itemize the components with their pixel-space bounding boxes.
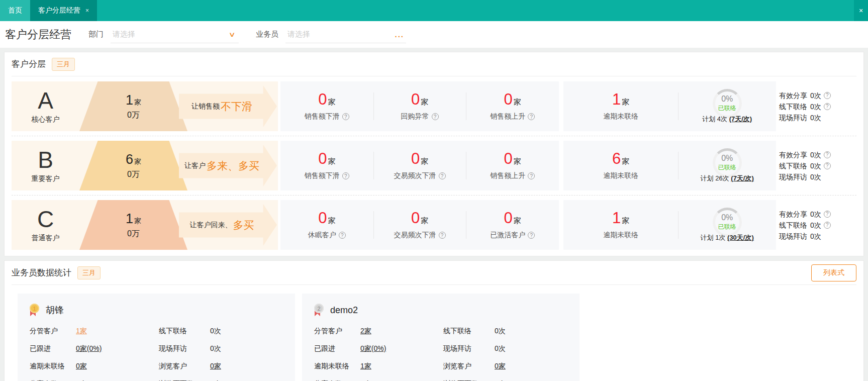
stat-label-text: 销售额上升 bbox=[490, 171, 525, 180]
list-view-button[interactable]: 列表式 bbox=[811, 264, 856, 281]
tier-row: C 普通客户 1 家 0万 让客户回来、 多买 0家休眠客户?0家交易频次下滑?… bbox=[12, 200, 856, 250]
stat-unit: 家 bbox=[328, 157, 335, 166]
tier-stats-block: 0家销售额下滑?0家交易频次下滑?0家销售额上升? bbox=[280, 141, 559, 190]
overdue-label: 逾期未联络 bbox=[603, 171, 638, 180]
stat-label-text: 交易频次下滑 bbox=[394, 231, 436, 240]
tab-customer-segmentation[interactable]: 客户分层经营 × bbox=[30, 0, 97, 21]
stat-unit: 家 bbox=[328, 98, 335, 107]
gauge-plan-frequency: (7天/次) bbox=[729, 115, 752, 123]
person-stat-value[interactable]: 2家 bbox=[360, 327, 443, 336]
help-icon[interactable]: ? bbox=[528, 113, 535, 120]
top-tab-bar: 首页 客户分层经营 × × bbox=[0, 0, 868, 21]
stat-value[interactable]: 0 bbox=[411, 91, 420, 107]
person-stat-value: 0次 bbox=[495, 327, 567, 336]
department-select[interactable]: 请选择 ∨ bbox=[111, 26, 239, 43]
stat-unit: 家 bbox=[421, 157, 428, 166]
help-icon[interactable]: ? bbox=[824, 103, 831, 110]
gauge-plan-frequency: (30天/次) bbox=[727, 234, 754, 241]
share-stat-label: 现场拜访 bbox=[779, 112, 807, 123]
share-stat: 线下联络0次? bbox=[779, 220, 856, 231]
tier-count-unit: 家 bbox=[134, 157, 141, 166]
stat-number: 0家 bbox=[411, 210, 428, 226]
overdue-label: 逾期未联络 bbox=[603, 231, 638, 240]
tier-stat: 0家交易频次下滑? bbox=[373, 141, 466, 190]
stat-number: 0家 bbox=[318, 151, 335, 166]
tier-letter: B bbox=[38, 148, 53, 171]
help-icon[interactable]: ? bbox=[528, 172, 535, 179]
person-header: 1 胡锋 bbox=[30, 304, 283, 317]
person-stat-label: 逾期未联络 bbox=[314, 362, 360, 371]
stat-value[interactable]: 0 bbox=[504, 91, 513, 107]
window-close-icon[interactable]: × bbox=[854, 0, 868, 21]
stat-number: 0家 bbox=[411, 151, 428, 166]
page-header: 客户分层经营 部门 请选择 ∨ 业务员 请选择 ... bbox=[0, 21, 868, 48]
gauge-percent: 0% bbox=[721, 95, 733, 103]
overdue-value[interactable]: 1 bbox=[612, 91, 621, 107]
help-icon[interactable]: ? bbox=[342, 172, 349, 179]
help-icon[interactable]: ? bbox=[824, 211, 831, 218]
help-icon[interactable]: ? bbox=[528, 232, 535, 239]
tab-home[interactable]: 首页 bbox=[0, 0, 30, 21]
person-stat-value[interactable]: 1家 bbox=[76, 327, 159, 336]
segments-card-title: 客户分层 bbox=[12, 58, 46, 70]
help-icon[interactable]: ? bbox=[439, 232, 446, 239]
stat-label-text: 销售额下滑 bbox=[305, 112, 340, 121]
help-icon[interactable]: ? bbox=[339, 232, 346, 239]
person-stat-value[interactable]: 0家 bbox=[210, 362, 283, 371]
person-stat-value[interactable]: 0家 bbox=[495, 362, 567, 371]
tier-funnel-block: B 重要客户 6 家 0万 让客户 多来、多买 bbox=[12, 141, 278, 190]
help-icon[interactable]: ? bbox=[342, 113, 349, 120]
person-stat-label: 分管客户 bbox=[314, 327, 360, 336]
person-stat-value[interactable]: 0家(0%) bbox=[360, 344, 443, 353]
overdue-value[interactable]: 1 bbox=[612, 210, 621, 226]
stat-value[interactable]: 0 bbox=[318, 210, 327, 226]
gauge-plan: 计划 26次 (7天/次) bbox=[701, 174, 754, 183]
person-stat-label: 已跟进 bbox=[30, 344, 76, 353]
salesperson-input[interactable]: 请选择 ... bbox=[285, 26, 406, 43]
help-icon[interactable]: ? bbox=[432, 113, 439, 120]
stat-value[interactable]: 0 bbox=[318, 151, 327, 166]
share-stat-label: 现场拜访 bbox=[779, 171, 807, 182]
stat-unit: 家 bbox=[514, 216, 521, 226]
overdue-stat: 6 家 逾期未联络 bbox=[563, 141, 678, 190]
person-stat-label: 浏览客户 bbox=[159, 362, 210, 371]
help-icon[interactable]: ? bbox=[439, 172, 446, 179]
tier-stat: 0家回购异常? bbox=[373, 81, 466, 131]
stat-label-text: 交易频次下滑 bbox=[394, 171, 436, 180]
help-icon[interactable]: ? bbox=[824, 162, 831, 169]
help-icon[interactable]: ? bbox=[824, 92, 831, 99]
more-ellipsis-icon[interactable]: ... bbox=[395, 30, 404, 39]
stat-value[interactable]: 0 bbox=[411, 210, 420, 226]
tier-name: 普通客户 bbox=[32, 234, 60, 243]
stat-value[interactable]: 0 bbox=[504, 151, 513, 166]
share-stat-value: 0次 bbox=[810, 160, 821, 171]
gauge-plan: 计划 1次 (30天/次) bbox=[701, 233, 754, 242]
tier-stat: 0家销售额下滑? bbox=[280, 81, 373, 131]
help-icon[interactable]: ? bbox=[824, 222, 831, 229]
tier-stats-block: 0家销售额下滑?0家回购异常?0家销售额上升? bbox=[280, 81, 559, 131]
person-stats-grid: 分管客户1家线下联络0次已跟进0家(0%)现场拜访0次逾期未联络0家浏览客户0家… bbox=[30, 327, 283, 381]
tier-funnel-block: C 普通客户 1 家 0万 让客户回来、 多买 bbox=[12, 200, 278, 250]
overdue-stat: 1 家 逾期未联络 bbox=[563, 81, 678, 131]
stat-number: 0家 bbox=[318, 91, 335, 107]
person-stat-label: 现场拜访 bbox=[159, 344, 210, 353]
tier-separator bbox=[12, 136, 856, 136]
person-stat-value[interactable]: 0家(0%) bbox=[76, 344, 159, 353]
gauge-plan: 计划 4次 (7天/次) bbox=[702, 115, 752, 124]
stat-value[interactable]: 0 bbox=[504, 210, 513, 226]
overdue-value[interactable]: 6 bbox=[612, 151, 621, 166]
help-icon[interactable]: ? bbox=[824, 151, 831, 158]
stat-value[interactable]: 0 bbox=[318, 91, 327, 107]
sales-card-header: 业务员数据统计 三月 列表式 bbox=[12, 261, 856, 285]
tier-goal-prefix: 让客户 bbox=[184, 161, 206, 170]
medal-icon: 2 bbox=[314, 304, 324, 317]
department-placeholder: 请选择 bbox=[113, 30, 135, 39]
person-stat-value[interactable]: 0家 bbox=[76, 362, 159, 371]
person-name: demo2 bbox=[330, 305, 358, 316]
stat-label: 交易频次下滑? bbox=[394, 231, 446, 240]
person-stat-value[interactable]: 1家 bbox=[360, 362, 443, 371]
person-stats-grid: 分管客户2家线下联络0次已跟进0家(0%)现场拜访0次逾期未联络1家浏览客户0家… bbox=[314, 327, 567, 381]
tab-close-icon[interactable]: × bbox=[85, 7, 89, 14]
stat-value[interactable]: 0 bbox=[411, 151, 420, 166]
salesperson-placeholder: 请选择 bbox=[287, 30, 310, 39]
